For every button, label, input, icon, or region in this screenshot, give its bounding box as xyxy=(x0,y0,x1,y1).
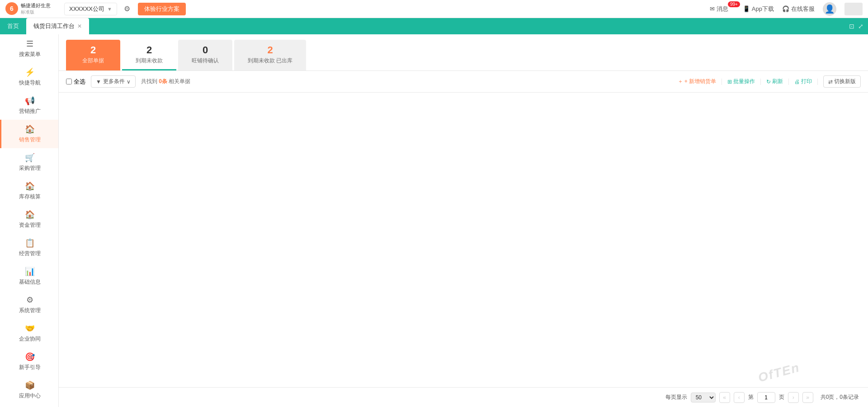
purchase-icon: 🛒 xyxy=(25,153,35,163)
app-download-label: App下载 xyxy=(752,5,774,13)
sidebar-item-finance[interactable]: 🏠 资金管理 xyxy=(0,205,58,234)
select-all-input[interactable] xyxy=(66,79,72,84)
prev-page-button[interactable]: ‹ xyxy=(734,392,745,403)
sidebar-item-operations[interactable]: 📋 经营管理 xyxy=(0,234,58,262)
switch-version-button[interactable]: ⇄ 切换新版 xyxy=(823,75,861,88)
sidebar-item-search-menu[interactable]: ☰ 搜索菜单 xyxy=(0,34,58,63)
batch-button[interactable]: ⊞ 批量操作 xyxy=(727,78,755,85)
basic-info-icon: 📊 xyxy=(25,267,35,276)
add-label: + 新增销货单 xyxy=(684,78,716,85)
tab-expand-icon[interactable]: ⤢ xyxy=(858,23,863,30)
select-all-checkbox[interactable]: 全选 xyxy=(66,78,85,86)
sales-icon: 🏠 xyxy=(25,124,35,134)
switch-label: 切换新版 xyxy=(834,78,856,85)
company-selector[interactable]: XXXXXX公司 ▼ xyxy=(64,3,117,15)
top-header: 6 畅捷通好生意 标准版 XXXXXX公司 ▼ ⚙ 体验行业方案 ✉ 消息 99… xyxy=(0,0,868,18)
content-area: 2 全部单据 2 到期未收款 0 旺铺待确认 2 到期未收款 已出库 全选 xyxy=(59,34,868,407)
stat-wangpu-number: 0 xyxy=(203,44,208,56)
sidebar-item-guide[interactable]: 🎯 新手引导 xyxy=(0,347,58,376)
user-name-area[interactable] xyxy=(844,3,863,15)
page-label: 第 xyxy=(748,393,754,401)
sidebar-item-sales[interactable]: 🏠 销售管理 xyxy=(0,120,58,148)
message-icon: ✉ xyxy=(710,5,715,12)
finance-label: 资金管理 xyxy=(19,221,41,229)
online-service-button[interactable]: 🎧 在线客服 xyxy=(782,5,815,13)
company-name: XXXXXX公司 xyxy=(69,5,104,13)
result-count: 0条 xyxy=(159,78,167,84)
batch-label: 批量操作 xyxy=(733,78,755,85)
last-page-button[interactable]: » xyxy=(802,392,813,403)
sidebar: ☰ 搜索菜单 ⚡ 快捷导航 📢 营销推广 🏠 销售管理 🛒 采购管理 🏠 库存核… xyxy=(0,34,59,407)
tab-home[interactable]: 首页 xyxy=(0,18,26,34)
operations-label: 经营管理 xyxy=(19,250,41,257)
result-text: 共找到 0条 相关单据 xyxy=(141,78,190,85)
page-input[interactable] xyxy=(757,392,775,403)
filter-label: 更多条件 xyxy=(103,78,125,85)
divider1 xyxy=(722,79,722,85)
quick-nav-icon: ⚡ xyxy=(25,67,35,77)
first-page-button[interactable]: « xyxy=(719,392,730,403)
app-center-label: 应用中心 xyxy=(19,392,41,400)
stats-tabs: 2 全部单据 2 到期未收款 0 旺铺待确认 2 到期未收款 已出库 xyxy=(59,34,868,71)
refresh-button[interactable]: ↻ 刷新 xyxy=(766,78,783,85)
tab-bar-actions: ⊡ ⤢ xyxy=(849,23,868,30)
sidebar-item-inventory[interactable]: 🏠 库存核算 xyxy=(0,177,58,205)
divider3 xyxy=(788,79,789,85)
inventory-icon: 🏠 xyxy=(25,181,35,191)
filter-button[interactable]: ▼ 更多条件 ∨ xyxy=(91,75,136,88)
sidebar-item-purchase[interactable]: 🛒 采购管理 xyxy=(0,148,58,177)
per-page-select[interactable]: 50 100 200 xyxy=(691,393,716,402)
enterprise-label: 企业协同 xyxy=(19,335,41,343)
refresh-label: 刷新 xyxy=(772,78,783,85)
tab-minimize-icon[interactable]: ⊡ xyxy=(849,23,854,30)
trial-button[interactable]: 体验行业方案 xyxy=(138,3,186,15)
next-page-button[interactable]: › xyxy=(788,392,799,403)
stat-all-label: 全部单据 xyxy=(82,57,104,65)
stat-wangpu-label: 旺铺待确认 xyxy=(192,57,219,65)
page-suffix: 页 xyxy=(779,393,784,401)
user-avatar[interactable]: 👤 xyxy=(823,2,836,16)
logo-icon: 6 xyxy=(5,2,18,15)
stat-tab-wangpu[interactable]: 0 旺铺待确认 xyxy=(178,40,232,70)
main-layout: ☰ 搜索菜单 ⚡ 快捷导航 📢 营销推广 🏠 销售管理 🛒 采购管理 🏠 库存核… xyxy=(0,34,868,407)
filter-dropdown-icon: ∨ xyxy=(127,79,131,85)
sidebar-item-enterprise[interactable]: 🤝 企业协同 xyxy=(0,319,58,347)
divider4 xyxy=(817,79,818,85)
messages-badge: 99+ xyxy=(728,1,740,7)
marketing-label: 营销推广 xyxy=(19,108,41,115)
per-page-label: 每页显示 xyxy=(665,393,687,401)
sidebar-item-quick-nav[interactable]: ⚡ 快捷导航 xyxy=(0,63,58,91)
messages-label: 消息 xyxy=(717,5,728,13)
tab-workbench[interactable]: 钱货日清工作台 ✕ xyxy=(26,18,89,34)
stat-tab-overdue[interactable]: 2 到期未收款 xyxy=(122,40,176,70)
marketing-icon: 📢 xyxy=(25,96,35,106)
filter-icon: ▼ xyxy=(96,79,101,85)
quick-nav-label: 快捷导航 xyxy=(19,79,41,87)
purchase-label: 采购管理 xyxy=(19,164,41,172)
print-button[interactable]: 🖨 打印 xyxy=(794,78,812,85)
add-sale-button[interactable]: ＋ + 新增销货单 xyxy=(678,78,716,85)
app-center-icon: 📦 xyxy=(25,380,35,390)
search-menu-label: 搜索菜单 xyxy=(19,51,41,58)
guide-label: 新手引导 xyxy=(19,364,41,371)
app-download-button[interactable]: 📱 App下载 xyxy=(743,5,774,13)
table-area xyxy=(59,93,868,387)
toolbar-right: ＋ + 新增销货单 ⊞ 批量操作 ↻ 刷新 🖨 打印 xyxy=(678,75,861,88)
messages-button[interactable]: ✉ 消息 99+ xyxy=(710,5,735,13)
sidebar-item-app-center[interactable]: 📦 应用中心 xyxy=(0,376,58,404)
sidebar-item-basic-info[interactable]: 📊 基础信息 xyxy=(0,262,58,290)
system-label: 系统管理 xyxy=(19,307,41,314)
sidebar-item-system[interactable]: ⚙ 系统管理 xyxy=(0,290,58,319)
sidebar-item-marketing[interactable]: 📢 营销推广 xyxy=(0,91,58,120)
search-menu-icon: ☰ xyxy=(26,39,33,49)
stat-tab-all[interactable]: 2 全部单据 xyxy=(66,40,120,70)
select-all-label: 全选 xyxy=(74,78,85,86)
enterprise-icon: 🤝 xyxy=(25,323,35,333)
settings-button[interactable]: ⚙ xyxy=(121,3,133,15)
mobile-icon: 📱 xyxy=(743,5,750,12)
online-service-label: 在线客服 xyxy=(791,5,815,13)
stat-tab-shipped[interactable]: 2 到期未收款 已出库 xyxy=(234,40,306,70)
print-icon: 🖨 xyxy=(794,79,800,85)
sidebar-item-wechat[interactable]: 💬 企业微信 xyxy=(0,404,58,407)
tab-close-icon[interactable]: ✕ xyxy=(77,23,82,29)
